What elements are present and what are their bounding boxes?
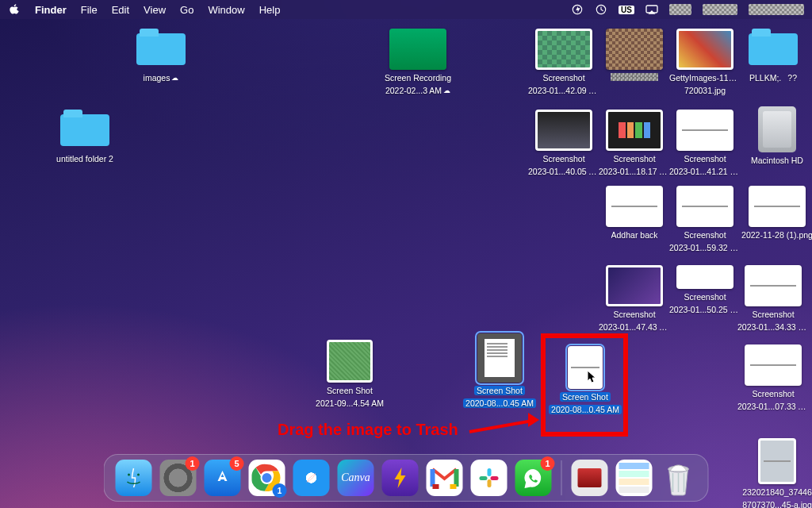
svg-point-3 xyxy=(128,474,130,476)
dock-canva[interactable]: Canva xyxy=(338,460,374,496)
cloud-icon: ☁︎ xyxy=(171,74,178,82)
dock-notes-window[interactable] xyxy=(616,460,653,496)
dock-mail[interactable] xyxy=(427,460,463,496)
svg-point-4 xyxy=(137,474,140,476)
item-label: Screen Shot xyxy=(474,386,525,395)
dock-bolt[interactable] xyxy=(382,460,419,496)
item-label: Screen Shot xyxy=(560,392,611,402)
item-label: 232021840_37446 xyxy=(742,487,812,497)
item-label2: 2023-01...47.43 AM xyxy=(599,322,670,332)
item-label2: 8707370...45-a.jpg xyxy=(742,500,812,508)
canva-label: Canva xyxy=(341,471,370,484)
menu-help[interactable]: Help xyxy=(259,4,281,16)
item-label2: 2023-01...59.32 PM xyxy=(669,243,741,252)
item-label: Screenshot xyxy=(752,389,794,398)
desktop-item-screenshot-g[interactable]: Screenshot 2023-01...50.25 PM xyxy=(669,265,741,314)
item-label: Screenshot xyxy=(542,73,584,83)
desktop-folder-images[interactable]: images☁︎ xyxy=(125,29,197,83)
desktop-item-screenshot-c[interactable]: Screenshot 2023-01...18.17 AM xyxy=(599,110,670,176)
menu-file[interactable]: File xyxy=(81,4,98,16)
status-area-1[interactable] xyxy=(669,4,691,15)
item-label: Screenshot xyxy=(684,292,726,302)
item-label: Screen Recording xyxy=(385,73,451,83)
desktop-item-screenshot-d[interactable]: Screenshot 2023-01...41.21 PM xyxy=(669,110,741,176)
svg-rect-11 xyxy=(491,476,499,480)
menu-go[interactable]: Go xyxy=(180,4,193,16)
clock-icon[interactable] xyxy=(595,3,607,16)
item-label: Screenshot xyxy=(684,230,726,240)
item-label2: 2023-01...07.33 AM xyxy=(737,402,809,411)
bolt-icon[interactable] xyxy=(571,3,584,16)
svg-rect-10 xyxy=(488,479,492,487)
dock-trash[interactable] xyxy=(661,460,697,496)
status-area-2[interactable] xyxy=(703,4,737,15)
desktop-item-2022png[interactable]: 2022-11-28 (1).png xyxy=(737,186,812,240)
desktop-folder-pllkm[interactable]: PLLKM;.?? xyxy=(737,29,809,83)
desktop-item-screenshot-a[interactable]: Screenshot 2023-01...42.09 AM xyxy=(528,29,599,95)
annotation-arrow xyxy=(469,419,531,433)
item-label: Screen Shot xyxy=(327,386,373,395)
desktop-folder-untitled[interactable]: untitled folder 2 xyxy=(49,110,121,164)
dock-whatsapp[interactable]: 1 xyxy=(515,460,552,496)
desktop-item-screenshot-i[interactable]: Screenshot 2023-01...07.33 AM xyxy=(737,344,809,411)
screenmirror-icon[interactable] xyxy=(645,3,658,16)
badge: 1 xyxy=(541,456,555,471)
desktop-item-getty[interactable]: GettyImages-11337 720031.jpg xyxy=(669,29,741,95)
dock-preview[interactable] xyxy=(572,460,608,496)
desktop-item-ss2020b-dragged[interactable]: Screen Shot 2020-08...0.45 AM xyxy=(547,346,623,414)
dock-safari[interactable] xyxy=(293,460,330,496)
desktop-item-screenrecording[interactable]: Screen Recording 2022-02...3 AM☁︎ xyxy=(382,29,454,95)
desktop-item-screenshot-h[interactable]: Screenshot 2023-01...34.33 PM xyxy=(737,265,809,332)
badge: 1 xyxy=(273,483,287,498)
item-label: Screenshot xyxy=(613,154,655,164)
menubar-app[interactable]: Finder xyxy=(35,4,67,16)
item-label2: 2023-01...18.17 AM xyxy=(599,167,670,176)
menu-window[interactable]: Window xyxy=(208,4,244,16)
desktop-item-screenshot-f[interactable]: Screenshot 2023-01...47.43 AM xyxy=(599,265,670,332)
desktop-item-ss2021[interactable]: Screen Shot 2021-09...4.54 AM xyxy=(314,340,385,408)
menu-view[interactable]: View xyxy=(144,4,166,16)
badge: 5 xyxy=(230,456,244,471)
dock-slack[interactable] xyxy=(471,460,508,496)
status-area-3[interactable] xyxy=(749,4,804,15)
item-label: Screenshot xyxy=(542,154,584,164)
svg-rect-9 xyxy=(480,476,488,480)
dock-finder[interactable] xyxy=(116,460,152,496)
desktop-item-addhar[interactable]: Addhar back xyxy=(599,186,670,240)
desktop-item-macintosh-hd[interactable]: Macintosh HD xyxy=(737,106,812,165)
desktop-item-pixelated[interactable] xyxy=(599,29,670,81)
badge: 1 xyxy=(186,456,200,471)
input-lang[interactable]: US xyxy=(619,6,634,14)
item-label-obscured xyxy=(611,73,658,81)
desktop-item-screenshot-e[interactable]: Screenshot 2023-01...59.32 PM xyxy=(669,186,741,252)
menu-edit[interactable]: Edit xyxy=(112,4,129,16)
item-label2: 2022-02...3 AM xyxy=(385,86,442,95)
desktop-item-screenshot-b[interactable]: Screenshot 2023-01...40.05 AM xyxy=(528,110,599,176)
dock-appstore[interactable]: 5 xyxy=(205,460,241,496)
item-label2: 2021-09...4.54 AM xyxy=(316,398,384,408)
apple-icon[interactable] xyxy=(8,3,21,16)
item-label2: 2020-08...0.45 AM xyxy=(549,405,622,414)
item-label2: 720031.jpg xyxy=(684,86,726,95)
item-label2: 2023-01...40.05 AM xyxy=(528,167,599,176)
menubar: Finder File Edit View Go Window Help US xyxy=(0,0,812,19)
folder-label-qq: ?? xyxy=(787,73,797,83)
dock: 1 5 1 Canva 1 xyxy=(104,454,709,502)
cursor-icon xyxy=(587,370,598,387)
item-label2: 2020-08...0.45 AM xyxy=(463,398,536,408)
item-label: Addhar back xyxy=(611,230,658,240)
folder-label: PLLKM;. xyxy=(749,73,781,83)
item-label: Screenshot xyxy=(613,310,655,319)
annotation-arrow-head xyxy=(528,413,539,427)
folder-label: images xyxy=(144,73,170,83)
item-label: Macintosh HD xyxy=(751,156,803,165)
item-label: Screenshot xyxy=(752,310,794,319)
desktop-item-bottom[interactable]: 232021840_37446 8707370...45-a.jpg xyxy=(737,438,812,508)
item-label2: 2023-01...34.33 PM xyxy=(737,322,809,332)
desktop-item-ss2020a-selected[interactable]: Screen Shot 2020-08...0.45 AM xyxy=(460,333,539,408)
item-label2: 2023-01...41.21 PM xyxy=(669,167,741,176)
item-label: Screenshot xyxy=(684,154,726,164)
dock-settings[interactable]: 1 xyxy=(160,460,197,496)
dock-separator xyxy=(561,460,562,495)
dock-chrome[interactable]: 1 xyxy=(249,460,285,496)
